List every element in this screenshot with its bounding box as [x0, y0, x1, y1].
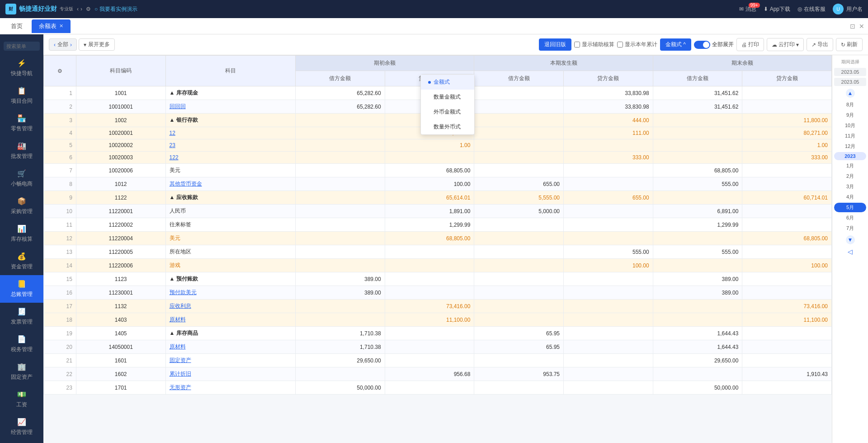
account-name[interactable]: 无形资产: [165, 381, 296, 395]
sidebar-item-assets[interactable]: 🏢 固定资产: [0, 358, 43, 386]
closing-credit: 1.00: [742, 139, 832, 152]
month-7[interactable]: 7月: [834, 224, 866, 233]
account-name[interactable]: ▲ 银行存款: [165, 114, 296, 127]
closing-credit: [742, 245, 832, 259]
sidebar-item-capital[interactable]: 💰 资金管理: [0, 248, 43, 275]
account-name[interactable]: ▲ 应收账款: [165, 191, 296, 205]
sidebar-item-sales[interactable]: 💳 小畅报销: [0, 441, 43, 443]
sidebar-label-ledger: 总账管理: [11, 291, 33, 298]
collapse-panel-btn[interactable]: ◁: [848, 248, 853, 255]
restore-btn[interactable]: ⊡: [850, 23, 855, 30]
mode-option-foreign-amount[interactable]: 外币金额式: [421, 105, 474, 119]
refresh-btn[interactable]: ↻ 刷新: [836, 38, 863, 51]
account-name[interactable]: 23: [165, 139, 296, 152]
row-index: 11: [44, 218, 76, 232]
sidebar-item-wholesale[interactable]: 🏭 批发管理: [0, 137, 43, 165]
auxiliary-checkbox[interactable]: [574, 42, 580, 48]
mode-option-amount[interactable]: 金额式: [421, 75, 474, 90]
period-credit: 33,830.98: [564, 100, 653, 114]
account-name[interactable]: 原材料: [165, 340, 296, 354]
month-10[interactable]: 10月: [834, 121, 866, 130]
closing-credit: [742, 272, 832, 286]
show-ytd-check[interactable]: 显示本年累计: [617, 41, 657, 48]
search-input[interactable]: [4, 42, 40, 51]
nav-back-icon[interactable]: ‹: [77, 6, 79, 12]
month-8[interactable]: 8月: [834, 100, 866, 110]
account-name[interactable]: 累计折旧: [165, 367, 296, 381]
col-period-credit: 贷方金额: [564, 71, 653, 86]
mode-option-qty-foreign[interactable]: 数量外币式: [421, 119, 474, 134]
sidebar-item-payroll[interactable]: 💵 工资: [0, 386, 43, 413]
account-name[interactable]: 回回回: [165, 100, 296, 114]
settings-icon-top[interactable]: ⚙: [86, 6, 91, 12]
closing-debit: [653, 232, 742, 245]
sidebar-item-invoice[interactable]: 🧾 发票管理: [0, 303, 43, 330]
month-1[interactable]: 1月: [834, 161, 866, 171]
cloud-print-btn[interactable]: ☁ 云打印 ▾: [767, 38, 804, 51]
back-old-btn[interactable]: 退回旧版: [539, 38, 571, 51]
month-2[interactable]: 2月: [834, 171, 866, 181]
toggle-control[interactable]: [694, 41, 710, 49]
account-name[interactable]: 其他货币资金: [165, 177, 296, 191]
month-3[interactable]: 3月: [834, 182, 866, 191]
demo-link[interactable]: ○ 我要看实例演示: [94, 5, 137, 13]
account-name[interactable]: 应收利息: [165, 300, 296, 313]
user-area[interactable]: U 用户名: [833, 4, 863, 14]
sidebar-item-ecommerce[interactable]: 🛒 小畅电商: [0, 165, 43, 192]
sidebar-item-project[interactable]: 📋 项目合同: [0, 82, 43, 110]
sidebar-item-retail[interactable]: 🏪 零售管理: [0, 110, 43, 137]
expand-all-toggle[interactable]: 全部展开: [694, 41, 734, 49]
month-12[interactable]: 12月: [834, 142, 866, 151]
nav-up-btn[interactable]: ▲: [846, 89, 855, 98]
year-2023-item[interactable]: 2023: [834, 152, 866, 160]
row-index: 7: [44, 164, 76, 177]
account-name[interactable]: ▲ 库存现金: [165, 86, 296, 100]
online-service-btn[interactable]: ◎ 在线客服: [797, 5, 826, 13]
closing-debit: 555.00: [653, 245, 742, 259]
messages-btn[interactable]: ✉ 消息 99+: [739, 5, 756, 13]
expand-more-btn[interactable]: ▾ 展开更多: [79, 38, 115, 51]
refresh-label: 刷新: [847, 41, 858, 48]
settings-col-icon[interactable]: ⚙: [57, 68, 62, 74]
sidebar-item-inventory[interactable]: 📊 库存核算: [0, 220, 43, 248]
toolbar-right: 退回旧版 显示辅助核算 显示本年累计 金额式 ^ 全部展开: [539, 38, 863, 51]
export-btn[interactable]: ↗ 导出: [807, 38, 833, 51]
ytd-checkbox[interactable]: [617, 42, 623, 48]
month-5[interactable]: 5月: [834, 203, 866, 212]
breadcrumb-all-btn[interactable]: ‹ 全部 ›: [49, 38, 77, 51]
sidebar-item-general-ledger[interactable]: 📒 总账管理: [0, 275, 43, 303]
sidebar-label-capital: 资金管理: [11, 263, 33, 271]
sidebar-item-tax[interactable]: 📄 税务管理: [0, 330, 43, 358]
close-window-btn[interactable]: ✕: [859, 23, 864, 30]
month-4[interactable]: 4月: [834, 192, 866, 202]
tab-balance[interactable]: 余额表 ✕: [32, 19, 71, 33]
show-auxiliary-check[interactable]: 显示辅助核算: [574, 41, 614, 48]
nav-down-btn[interactable]: ▼: [846, 235, 855, 244]
sidebar-item-quick-nav[interactable]: ⚡ 快捷导航: [0, 54, 43, 82]
sidebar-item-operations[interactable]: 📈 经营管理: [0, 413, 43, 441]
mode-option-qty-amount[interactable]: 数量金额式: [421, 90, 474, 105]
app-download-btn[interactable]: ⬇ App下载: [764, 5, 790, 13]
month-9[interactable]: 9月: [834, 110, 866, 120]
month-11[interactable]: 11月: [834, 131, 866, 141]
account-name[interactable]: 122: [165, 152, 296, 164]
account-name[interactable]: 预付款美元: [165, 286, 296, 300]
account-name[interactable]: 固定资产: [165, 354, 296, 367]
nav-forward-icon[interactable]: ›: [80, 6, 82, 12]
period-debit: [474, 300, 564, 313]
row-index: 13: [44, 245, 76, 259]
sidebar-item-purchase[interactable]: 📦 采购管理: [0, 192, 43, 220]
period-debit: [474, 114, 564, 127]
sidebar: ⚡ 快捷导航 📋 项目合同 🏪 零售管理 🏭 批发管理 🛒 小畅电商 📦 采购管…: [0, 34, 43, 443]
opening-debit: 65,282.60: [296, 100, 385, 114]
account-name[interactable]: 原材料: [165, 313, 296, 327]
service-icon: ◎: [797, 6, 802, 12]
tab-close-icon[interactable]: ✕: [59, 23, 63, 29]
account-name[interactable]: 12: [165, 127, 296, 139]
print-btn[interactable]: 🖨 打印: [736, 38, 764, 51]
tab-home[interactable]: 首页: [4, 19, 30, 33]
month-6[interactable]: 6月: [834, 213, 866, 223]
account-name[interactable]: ▲ 库存商品: [165, 327, 296, 340]
mode-dropdown-btn[interactable]: 金额式 ^: [660, 38, 691, 51]
account-name[interactable]: ▲ 预付账款: [165, 272, 296, 286]
